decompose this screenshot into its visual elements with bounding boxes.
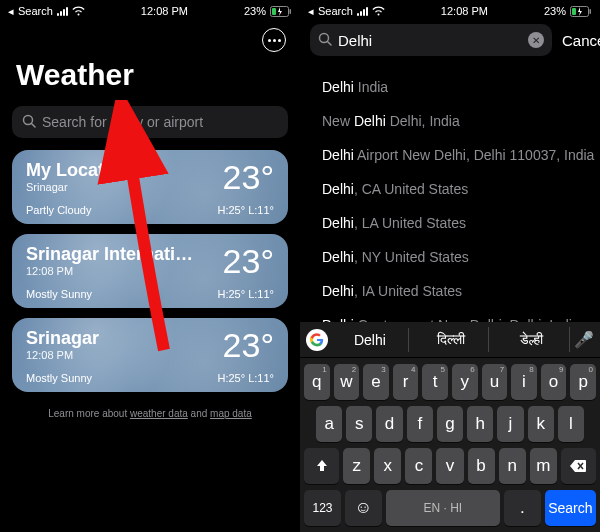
search-row: ✕ Cancel xyxy=(300,18,600,62)
key-e[interactable]: e3 xyxy=(363,364,389,400)
location-name: Srinagar Internatio... xyxy=(26,244,196,265)
key-g[interactable]: g xyxy=(437,406,463,442)
suggestion-bar: Delhi दिल्ली डेल्ही 🎤 xyxy=(300,322,600,358)
phone-right-search: ◂ Search 12:08 PM 23% ✕ Cancel Delhi Ind… xyxy=(300,0,600,532)
location-sub: 12:08 PM xyxy=(26,265,196,277)
map-data-link[interactable]: map data xyxy=(210,408,252,419)
key-u[interactable]: u7 xyxy=(482,364,508,400)
key-w[interactable]: w2 xyxy=(334,364,360,400)
search-input[interactable]: Search for a city or airport xyxy=(12,106,288,138)
emoji-key[interactable]: ☺ xyxy=(345,490,382,526)
more-button[interactable] xyxy=(262,28,286,52)
numbers-key[interactable]: 123 xyxy=(304,490,341,526)
search-results: Delhi India New Delhi Delhi, India Delhi… xyxy=(300,62,600,342)
back-label[interactable]: Search xyxy=(318,5,353,17)
phone-left-weather-list: ◂ Search 12:08 PM 23% Weather Search for… xyxy=(0,0,300,532)
svg-rect-2 xyxy=(289,9,291,14)
clear-icon[interactable]: ✕ xyxy=(528,32,544,48)
weather-data-link[interactable]: weather data xyxy=(130,408,188,419)
suggestion[interactable]: दिल्ली xyxy=(413,327,490,352)
battery-percent: 23% xyxy=(544,5,566,17)
back-label[interactable]: Search xyxy=(18,5,53,17)
space-key[interactable]: EN · HI xyxy=(386,490,500,526)
key-row-4: 123 ☺ EN · HI . Search xyxy=(300,484,600,532)
battery-percent: 23% xyxy=(244,5,266,17)
result-item[interactable]: Delhi, CA United States xyxy=(318,172,600,206)
svg-rect-1 xyxy=(272,8,276,15)
cancel-button[interactable]: Cancel xyxy=(562,32,600,49)
svg-rect-6 xyxy=(572,8,576,15)
key-k[interactable]: k xyxy=(528,406,554,442)
key-row-2: a s d f g h j k l xyxy=(300,400,600,442)
key-t[interactable]: t5 xyxy=(422,364,448,400)
key-s[interactable]: s xyxy=(346,406,372,442)
key-n[interactable]: n xyxy=(499,448,526,484)
shift-key[interactable] xyxy=(304,448,339,484)
condition: Mostly Sunny xyxy=(26,372,92,384)
key-r[interactable]: r4 xyxy=(393,364,419,400)
location-name: Srinagar xyxy=(26,328,99,349)
status-time: 12:08 PM xyxy=(141,5,188,17)
weather-card[interactable]: Srinagar Internatio... 12:08 PM 23° Most… xyxy=(12,234,288,308)
back-caret-icon[interactable]: ◂ xyxy=(308,5,314,18)
result-item[interactable]: Delhi Airport New Delhi, Delhi 110037, I… xyxy=(318,138,600,172)
result-item[interactable]: Delhi India xyxy=(318,70,600,104)
footer-attribution: Learn more about weather data and map da… xyxy=(0,408,300,419)
mic-icon[interactable]: 🎤 xyxy=(574,330,594,349)
key-i[interactable]: i8 xyxy=(511,364,537,400)
temperature: 23° xyxy=(223,328,274,362)
key-y[interactable]: y6 xyxy=(452,364,478,400)
key-x[interactable]: x xyxy=(374,448,401,484)
search-key[interactable]: Search xyxy=(545,490,596,526)
key-l[interactable]: l xyxy=(558,406,584,442)
hilo: H:25° L:11° xyxy=(218,372,275,384)
hilo: H:25° L:11° xyxy=(218,288,275,300)
search-icon xyxy=(318,32,332,49)
hilo: H:25° L:11° xyxy=(218,204,275,216)
key-d[interactable]: d xyxy=(376,406,402,442)
key-c[interactable]: c xyxy=(405,448,432,484)
result-item[interactable]: New Delhi Delhi, India xyxy=(318,104,600,138)
key-p[interactable]: p0 xyxy=(570,364,596,400)
weather-card[interactable]: Srinagar 12:08 PM 23° Mostly Sunny H:25°… xyxy=(12,318,288,392)
key-m[interactable]: m xyxy=(530,448,557,484)
google-logo-icon[interactable] xyxy=(306,329,328,351)
key-a[interactable]: a xyxy=(316,406,342,442)
search-field[interactable]: ✕ xyxy=(310,24,552,56)
search-icon xyxy=(22,114,36,131)
temperature: 23° xyxy=(223,244,274,278)
suggestion[interactable]: डेल्ही xyxy=(493,327,570,352)
key-j[interactable]: j xyxy=(497,406,523,442)
condition: Mostly Sunny xyxy=(26,288,92,300)
back-caret-icon[interactable]: ◂ xyxy=(8,5,14,18)
wifi-icon xyxy=(72,6,85,16)
key-z[interactable]: z xyxy=(343,448,370,484)
result-item[interactable]: Delhi, NY United States xyxy=(318,240,600,274)
key-v[interactable]: v xyxy=(436,448,463,484)
status-bar: ◂ Search 12:08 PM 23% xyxy=(0,0,300,18)
status-time: 12:08 PM xyxy=(441,5,488,17)
backspace-key[interactable] xyxy=(561,448,596,484)
period-key[interactable]: . xyxy=(504,490,541,526)
search-input[interactable] xyxy=(338,32,528,49)
wifi-icon xyxy=(372,6,385,16)
temperature: 23° xyxy=(223,160,274,194)
key-q[interactable]: q1 xyxy=(304,364,330,400)
result-item[interactable]: Delhi, LA United States xyxy=(318,206,600,240)
key-f[interactable]: f xyxy=(407,406,433,442)
location-name: My Location xyxy=(26,160,131,181)
key-b[interactable]: b xyxy=(468,448,495,484)
keyboard: Delhi दिल्ली डेल्ही 🎤 q1 w2 e3 r4 t5 y6 … xyxy=(300,322,600,532)
suggestion[interactable]: Delhi xyxy=(332,328,409,352)
svg-line-9 xyxy=(328,41,332,45)
condition: Partly Cloudy xyxy=(26,204,91,216)
status-bar: ◂ Search 12:08 PM 23% xyxy=(300,0,600,18)
signal-icon xyxy=(357,7,368,16)
weather-card[interactable]: My Location Srinagar 23° Partly Cloudy H… xyxy=(12,150,288,224)
location-sub: 12:08 PM xyxy=(26,349,99,361)
result-item[interactable]: Delhi, IA United States xyxy=(318,274,600,308)
signal-icon xyxy=(57,7,68,16)
key-h[interactable]: h xyxy=(467,406,493,442)
svg-rect-7 xyxy=(589,9,591,14)
key-o[interactable]: o9 xyxy=(541,364,567,400)
